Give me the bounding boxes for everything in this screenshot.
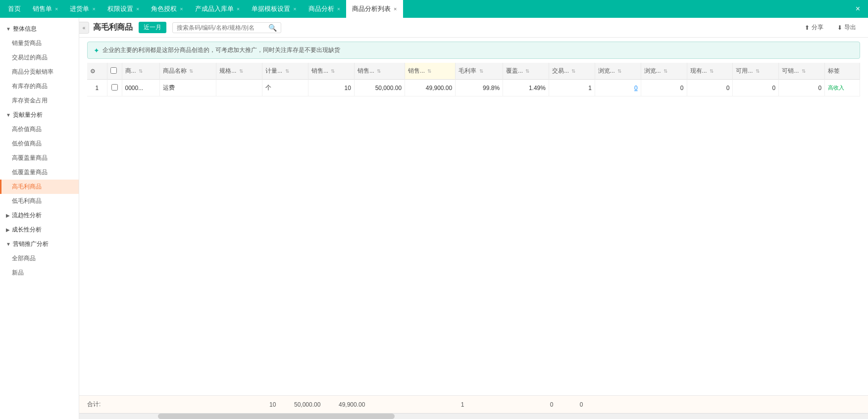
sidebar-item-low-coverage[interactable]: 低覆盖量商品 <box>0 165 79 180</box>
settings-icon[interactable]: ⚙ <box>90 68 96 75</box>
nav-template[interactable]: 单据模板设置 × <box>246 0 302 18</box>
sort-sales-profit-icon: ⇅ <box>427 68 431 74</box>
th-gross-margin[interactable]: 毛利率 ⇅ <box>456 63 503 80</box>
nav-purchase-order[interactable]: 进货单 × <box>64 0 101 18</box>
td-checkbox[interactable] <box>107 80 122 96</box>
th-saleable-stock[interactable]: 可销... ⇅ <box>779 63 825 80</box>
nav-permission[interactable]: 权限设置 × <box>102 0 145 18</box>
td-unit: 个 <box>262 80 308 96</box>
nav-role[interactable]: 角色授权 × <box>145 0 189 18</box>
td-name: 运费 <box>159 80 216 96</box>
sort-code-icon: ⇅ <box>139 68 143 74</box>
sidebar-group-marketing[interactable]: ▼ 营销推广分析 <box>0 237 79 251</box>
sidebar-item-stock-capital[interactable]: 库存资金占用 <box>0 93 79 108</box>
nav-home[interactable]: 首页 <box>2 0 27 18</box>
th-settings[interactable]: ⚙ <box>87 63 107 80</box>
filter-recent-month-btn[interactable]: 近一月 <box>139 22 166 33</box>
sort-coverage-icon: ⇅ <box>525 68 529 74</box>
td-sales-profit: 49,900.00 <box>405 80 456 96</box>
th-sales-profit[interactable]: 销售... ⇅ <box>405 63 456 80</box>
th-browse2[interactable]: 浏览... ⇅ <box>641 63 687 80</box>
table-container: ⚙ 商... ⇅ 商品名称 ⇅ <box>79 63 868 395</box>
product-table: ⚙ 商... ⇅ 商品名称 ⇅ <box>87 63 860 96</box>
td-code: 0000... <box>122 80 159 96</box>
th-tag[interactable]: 标签 <box>825 63 860 80</box>
close-product-inbound[interactable]: × <box>237 6 240 12</box>
arrow-overall: ▼ <box>6 26 11 32</box>
sidebar-group-contribution[interactable]: ▼ 贡献量分析 <box>0 108 79 122</box>
info-icon: ✦ <box>94 47 100 54</box>
th-unit[interactable]: 计量... ⇅ <box>262 63 308 80</box>
th-sales-qty[interactable]: 销售... ⇅ <box>308 63 355 80</box>
td-sales-amount: 50,000.00 <box>354 80 405 96</box>
th-available-stock[interactable]: 可用... ⇅ <box>733 63 779 80</box>
footer-sales-qty: 10 <box>249 401 279 408</box>
sidebar-item-low-margin[interactable]: 低毛利商品 <box>0 194 79 208</box>
sidebar-item-bestseller[interactable]: 销量货商品 <box>0 36 79 50</box>
th-browse1[interactable]: 浏览... ⇅ <box>595 63 641 80</box>
sidebar-item-high-margin[interactable]: 高毛利商品 <box>0 180 79 194</box>
sidebar-item-all-products[interactable]: 全部商品 <box>0 251 79 266</box>
th-name[interactable]: 商品名称 ⇅ <box>159 63 216 80</box>
sidebar-group-growth[interactable]: ▶ 成长性分析 <box>0 223 79 237</box>
select-all-checkbox[interactable] <box>110 67 117 74</box>
sidebar-item-low-value[interactable]: 低价值商品 <box>0 137 79 151</box>
share-icon: ⬆ <box>805 24 810 31</box>
top-nav: 首页 销售单 × 进货单 × 权限设置 × 角色授权 × 产成品入库单 × 单据… <box>0 0 868 18</box>
sidebar-collapse-btn[interactable]: « <box>79 22 89 34</box>
sidebar-item-in-stock[interactable]: 有库存的商品 <box>0 79 79 93</box>
sidebar-group-overall[interactable]: ▼ 整体信息 <box>0 22 79 36</box>
arrow-marketing: ▼ <box>6 241 11 247</box>
nav-product-analysis-list[interactable]: 商品分析列表 × <box>346 0 403 18</box>
sidebar: ▼ 整体信息 销量货商品 交易过的商品 商品分贡献销率 有库存的商品 库存资金占… <box>0 18 79 419</box>
sort-gross-margin-icon: ⇅ <box>479 68 483 74</box>
sort-available-stock-icon: ⇅ <box>756 68 760 74</box>
th-sales-amount[interactable]: 销售... ⇅ <box>354 63 405 80</box>
scrollbar-thumb[interactable] <box>158 414 395 419</box>
th-code[interactable]: 商... ⇅ <box>122 63 159 80</box>
th-coverage[interactable]: 覆盖... ⇅ <box>503 63 549 80</box>
search-icon[interactable]: 🔍 <box>268 24 277 32</box>
td-index: 1 <box>87 80 107 96</box>
th-spec[interactable]: 规格... ⇅ <box>216 63 262 80</box>
sidebar-item-new-products[interactable]: 新品 <box>0 266 79 280</box>
search-input[interactable] <box>177 24 268 31</box>
sidebar-item-contribution[interactable]: 商品分贡献销率 <box>0 65 79 79</box>
close-sales-order[interactable]: × <box>55 6 58 12</box>
bottom-scrollbar[interactable] <box>79 413 868 419</box>
td-gross-margin: 99.8% <box>456 80 503 96</box>
sort-browse2-icon: ⇅ <box>664 68 667 74</box>
th-current-stock[interactable]: 现有... ⇅ <box>687 63 733 80</box>
nav-sales-order[interactable]: 销售单 × <box>27 0 64 18</box>
close-all-btn[interactable]: × <box>850 4 866 13</box>
share-btn[interactable]: ⬆ 分享 <box>801 22 827 33</box>
close-product-analysis[interactable]: × <box>337 6 340 12</box>
sidebar-group-trend[interactable]: ▶ 流趋性分析 <box>0 208 79 223</box>
sort-spec-icon: ⇅ <box>239 68 243 74</box>
footer-current-stock: 0 <box>526 401 556 408</box>
th-checkbox[interactable] <box>107 63 122 80</box>
sort-transaction-icon: ⇅ <box>571 68 575 74</box>
close-template[interactable]: × <box>293 6 296 12</box>
sort-unit-icon: ⇅ <box>285 68 289 74</box>
nav-product-inbound[interactable]: 产成品入库单 × <box>189 0 246 18</box>
close-permission[interactable]: × <box>136 6 139 12</box>
th-transaction[interactable]: 交易... ⇅ <box>549 63 595 80</box>
sidebar-item-high-coverage[interactable]: 高覆盖量商品 <box>0 151 79 165</box>
td-browse1[interactable]: 0 <box>595 80 641 96</box>
row-checkbox[interactable] <box>111 84 118 91</box>
close-role[interactable]: × <box>180 6 183 12</box>
export-btn[interactable]: ⬇ 导出 <box>833 22 860 33</box>
sidebar-item-high-value[interactable]: 高价值商品 <box>0 122 79 137</box>
search-box: 🔍 <box>172 22 281 33</box>
td-spec <box>216 80 262 96</box>
close-purchase-order[interactable]: × <box>92 6 95 12</box>
nav-product-analysis[interactable]: 商品分析 × <box>303 0 346 18</box>
close-product-analysis-list[interactable]: × <box>394 6 397 12</box>
footer-sales-amount: 50,000.00 <box>279 401 323 408</box>
arrow-contribution: ▼ <box>6 112 11 118</box>
sidebar-item-traded[interactable]: 交易过的商品 <box>0 50 79 65</box>
sort-current-stock-icon: ⇅ <box>710 68 714 74</box>
main-layout: ▼ 整体信息 销量货商品 交易过的商品 商品分贡献销率 有库存的商品 库存资金占… <box>0 18 868 419</box>
footer-values: 10 50,000.00 49,900.00 1 0 0 <box>110 401 860 408</box>
